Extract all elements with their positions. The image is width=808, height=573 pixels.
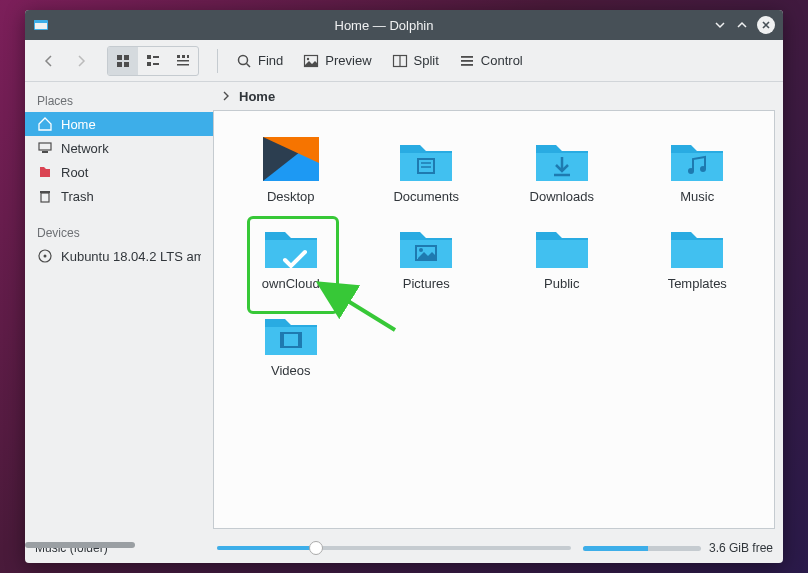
- svg-rect-6: [124, 62, 129, 67]
- svg-rect-7: [147, 55, 151, 59]
- svg-rect-8: [153, 56, 159, 58]
- breadcrumb[interactable]: Home: [213, 82, 783, 110]
- svg-rect-2: [35, 23, 47, 29]
- sidebar-item-home[interactable]: Home: [25, 112, 213, 136]
- svg-rect-15: [177, 64, 189, 66]
- split-label: Split: [414, 53, 439, 68]
- sidebar-item-label: Network: [61, 141, 109, 156]
- network-icon: [37, 140, 53, 156]
- window-title: Home — Dolphin: [55, 18, 713, 33]
- sidebar-item-label: Home: [61, 117, 96, 132]
- svg-rect-13: [187, 55, 189, 58]
- preview-button[interactable]: Preview: [295, 49, 379, 73]
- control-label: Control: [481, 53, 523, 68]
- sidebar-hscroll[interactable]: [25, 542, 135, 548]
- toolbar: Find Preview Split Control: [25, 40, 783, 82]
- split-button[interactable]: Split: [384, 49, 447, 73]
- dolphin-window: Home — Dolphin: [25, 10, 783, 563]
- root-icon: [37, 164, 53, 180]
- folder-down-icon: [532, 135, 592, 183]
- folder-video-icon: [261, 309, 321, 357]
- file-label: Public: [544, 276, 579, 291]
- search-icon: [236, 53, 252, 69]
- svg-rect-10: [153, 63, 159, 65]
- forward-button[interactable]: [67, 47, 95, 75]
- svg-rect-9: [147, 62, 151, 66]
- zoom-slider[interactable]: [217, 546, 571, 550]
- file-desktop[interactable]: Desktop: [226, 129, 356, 210]
- compact-view-button[interactable]: [138, 47, 168, 75]
- devices-heading: Devices: [25, 220, 213, 244]
- file-music[interactable]: Music: [633, 129, 763, 210]
- file-videos[interactable]: Videos: [226, 303, 356, 384]
- sidebar-item-root[interactable]: Root: [25, 160, 213, 184]
- svg-point-37: [700, 166, 706, 172]
- file-public[interactable]: Public: [497, 216, 627, 297]
- app-icon: [33, 17, 49, 33]
- file-owncloud[interactable]: ownCloud: [226, 216, 356, 297]
- window-buttons: [713, 16, 775, 34]
- svg-rect-25: [39, 143, 51, 150]
- disk-icon: [37, 248, 53, 264]
- file-label: Documents: [393, 189, 459, 204]
- icons-view-button[interactable]: [108, 47, 138, 75]
- main-pane: Home DesktopDocumentsDownloadsMusicownCl…: [213, 82, 783, 533]
- trash-icon: [37, 188, 53, 204]
- files-area[interactable]: DesktopDocumentsDownloadsMusicownCloudPi…: [213, 110, 775, 529]
- places-heading: Places: [25, 88, 213, 112]
- control-button[interactable]: Control: [451, 49, 531, 73]
- preview-label: Preview: [325, 53, 371, 68]
- disk-space: 3.6 GiB free: [583, 541, 773, 555]
- statusbar: Music (folder) 3.6 GiB free: [25, 533, 783, 563]
- file-templates[interactable]: Templates: [633, 216, 763, 297]
- file-label: Templates: [668, 276, 727, 291]
- file-label: Music: [680, 189, 714, 204]
- desktop-icon: [261, 135, 321, 183]
- chevron-right-icon: [221, 91, 231, 101]
- svg-point-16: [239, 55, 248, 64]
- file-downloads[interactable]: Downloads: [497, 129, 627, 210]
- maximize-button[interactable]: [735, 18, 749, 32]
- file-pictures[interactable]: Pictures: [362, 216, 492, 297]
- sidebar-item-label: Root: [61, 165, 88, 180]
- svg-rect-23: [461, 60, 473, 62]
- sidebar-device[interactable]: Kubuntu 18.04.2 LTS amd: [25, 244, 213, 268]
- svg-point-36: [688, 168, 694, 174]
- breadcrumb-home[interactable]: Home: [239, 89, 275, 104]
- separator: [217, 49, 218, 73]
- find-label: Find: [258, 53, 283, 68]
- file-label: Desktop: [267, 189, 315, 204]
- folder-pic-icon: [396, 222, 456, 270]
- folder-icon: [667, 222, 727, 270]
- svg-point-19: [307, 57, 309, 59]
- svg-rect-26: [42, 151, 48, 153]
- details-view-button[interactable]: [168, 47, 198, 75]
- home-icon: [37, 116, 53, 132]
- sidebar-item-network[interactable]: Network: [25, 136, 213, 160]
- file-documents[interactable]: Documents: [362, 129, 492, 210]
- file-label: Videos: [271, 363, 311, 378]
- folder-docs-icon: [396, 135, 456, 183]
- svg-rect-3: [117, 55, 122, 60]
- find-button[interactable]: Find: [228, 49, 291, 73]
- svg-rect-4: [124, 55, 129, 60]
- svg-rect-1: [34, 20, 40, 23]
- titlebar: Home — Dolphin: [25, 10, 783, 40]
- folder-music-icon: [667, 135, 727, 183]
- close-button[interactable]: [757, 16, 775, 34]
- svg-rect-11: [177, 55, 180, 58]
- free-space-label: 3.6 GiB free: [709, 541, 773, 555]
- minimize-button[interactable]: [713, 18, 727, 32]
- body: Places HomeNetworkRootTrash Devices Kubu…: [25, 82, 783, 533]
- svg-rect-42: [298, 333, 301, 347]
- file-label: Downloads: [530, 189, 594, 204]
- back-button[interactable]: [35, 47, 63, 75]
- split-icon: [392, 53, 408, 69]
- folder-icon: [532, 222, 592, 270]
- file-label: ownCloud: [262, 276, 320, 291]
- sidebar-item-label: Trash: [61, 189, 94, 204]
- svg-rect-24: [461, 64, 473, 66]
- svg-rect-27: [41, 193, 49, 202]
- sidebar: Places HomeNetworkRootTrash Devices Kubu…: [25, 82, 213, 533]
- sidebar-item-trash[interactable]: Trash: [25, 184, 213, 208]
